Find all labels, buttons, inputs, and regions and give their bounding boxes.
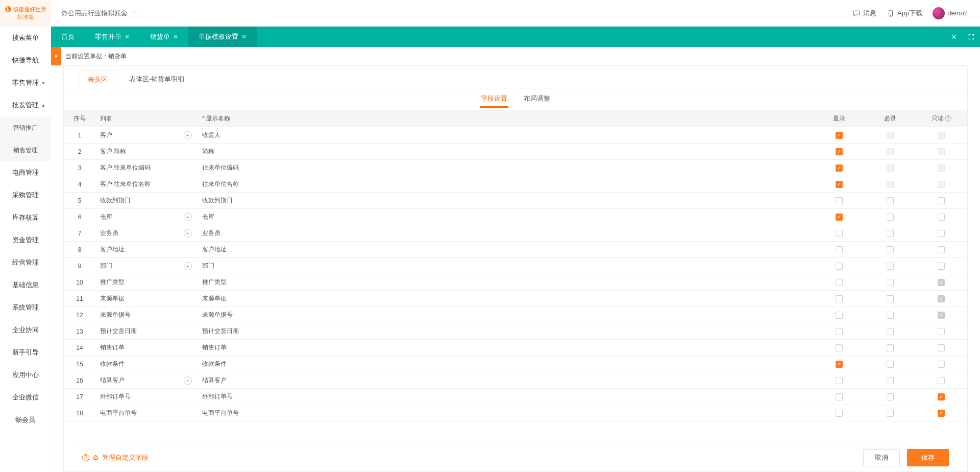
sidebar-item[interactable]: 零售管理▼ [0,72,51,94]
cell-display-name[interactable]: 销售订单 [197,340,814,356]
show-checkbox[interactable] [836,197,843,204]
sidebar-item[interactable]: 采购管理 [0,184,51,206]
show-checkbox[interactable] [836,393,843,400]
panel-tab[interactable]: 表体区-销货单明细 [119,69,194,88]
save-button[interactable]: 保存 [907,449,949,466]
show-checkbox[interactable] [836,181,843,188]
panel-tab[interactable]: 表头区 [78,70,117,88]
sub-tab[interactable]: 字段设置 [480,91,508,108]
show-checkbox[interactable] [836,132,843,139]
cell-display-name[interactable]: 电商平台单号 [197,405,814,421]
sidebar-item[interactable]: 基础信息 [0,274,51,296]
required-checkbox[interactable] [887,361,894,368]
required-checkbox[interactable] [887,377,894,384]
sidebar-item[interactable]: 搜索菜单 [0,27,51,49]
required-checkbox[interactable] [887,197,894,204]
cell-display-name[interactable]: 往来单位名称 [197,176,814,192]
show-checkbox[interactable] [836,295,843,302]
show-checkbox[interactable] [836,214,843,221]
sidebar-item[interactable]: 系统管理 [0,296,51,319]
expand-plus-icon[interactable]: + [184,131,192,139]
fullscreen-button[interactable] [963,27,980,47]
collapse-handle[interactable] [51,47,61,65]
messages-button[interactable]: 消息 [852,9,876,18]
close-icon[interactable]: ✕ [241,33,247,40]
required-checkbox[interactable] [887,214,894,221]
cell-display-name[interactable]: 预计交货日期 [197,323,814,339]
cell-display-name[interactable]: 简称 [197,144,814,159]
sub-tab[interactable]: 布局调整 [523,91,551,108]
expand-plus-icon[interactable]: + [184,213,192,221]
required-checkbox[interactable] [887,328,894,335]
required-checkbox[interactable] [887,344,894,351]
expand-plus-icon[interactable]: + [184,376,192,385]
close-icon[interactable]: ✕ [173,33,178,40]
cell-display-name[interactable]: 客户地址 [197,242,814,257]
sidebar-item[interactable]: 库存核算 [0,206,51,229]
user-menu[interactable]: demo2 [933,7,968,19]
cell-display-name[interactable]: 部门 [197,258,814,274]
show-checkbox[interactable] [836,148,843,155]
show-checkbox[interactable] [836,410,843,417]
show-checkbox[interactable] [836,230,843,237]
sidebar-item[interactable]: 企业协同 [0,319,51,341]
cell-display-name[interactable]: 推广类型 [197,274,814,290]
cell-display-name[interactable]: 收货人 [197,127,814,143]
field-grid[interactable]: 1客户+收货人2客户.简称简称3客户.往来单位编码往来单位编码4客户.往来单位名… [64,127,967,443]
sidebar-subitem[interactable]: 营销推广 [0,116,51,139]
required-checkbox[interactable] [887,393,894,400]
cell-display-name[interactable]: 仓库 [197,209,814,225]
required-checkbox[interactable] [887,230,894,237]
readonly-checkbox[interactable] [938,214,945,221]
cell-display-name[interactable]: 收款条件 [197,356,814,372]
readonly-checkbox[interactable] [938,328,945,335]
show-checkbox[interactable] [836,164,843,172]
tab[interactable]: 零售开单✕ [85,27,140,47]
cell-display-name[interactable]: 收款到期日 [197,193,814,208]
cell-display-name[interactable]: 结算客户 [197,372,814,388]
sidebar-item[interactable]: 批发管理▲ [0,94,51,116]
show-checkbox[interactable] [836,377,843,384]
show-checkbox[interactable] [836,279,843,286]
required-checkbox[interactable] [887,279,894,286]
required-checkbox[interactable] [887,410,894,417]
close-all-tabs-button[interactable] [945,27,963,47]
cancel-button[interactable]: 取消 [863,449,900,466]
readonly-checkbox[interactable] [938,263,945,270]
sidebar-item[interactable]: 电商管理 [0,161,51,184]
readonly-checkbox[interactable] [938,410,945,417]
cell-display-name[interactable]: 来源单据 [197,291,814,306]
readonly-checkbox[interactable] [938,230,945,237]
sidebar-item[interactable]: 应用中心 [0,364,51,386]
show-checkbox[interactable] [836,344,843,351]
readonly-checkbox[interactable] [938,393,945,400]
required-checkbox[interactable] [887,263,894,270]
cell-display-name[interactable]: 往来单位编码 [197,160,814,176]
cell-display-name[interactable]: 来源单据号 [197,307,814,323]
sidebar-subitem[interactable]: 销售管理 [0,139,51,161]
cell-display-name[interactable]: 业务员 [197,225,814,241]
close-icon[interactable]: ✕ [125,33,130,40]
cell-display-name[interactable]: 外部订单号 [197,389,814,405]
account-selector[interactable]: 办公用品行业模拟账套 ﹀ [51,9,852,18]
tab[interactable]: 首页 [51,27,85,47]
tab[interactable]: 单据模板设置✕ [188,27,257,47]
readonly-checkbox[interactable] [938,197,945,204]
help-icon[interactable]: ? [945,115,951,122]
expand-plus-icon[interactable]: + [184,229,192,238]
expand-plus-icon[interactable]: + [184,262,192,270]
sidebar-item[interactable]: 快捷导航 [0,49,51,72]
readonly-checkbox[interactable] [938,361,945,368]
sidebar-item[interactable]: 畅会员 [0,409,51,431]
required-checkbox[interactable] [887,295,894,302]
sidebar-item[interactable]: 资金管理 [0,229,51,251]
show-checkbox[interactable] [836,263,843,270]
readonly-checkbox[interactable] [938,377,945,384]
show-checkbox[interactable] [836,361,843,368]
tab[interactable]: 销货单✕ [140,27,188,47]
show-checkbox[interactable] [836,312,843,319]
required-checkbox[interactable] [887,246,894,253]
show-checkbox[interactable] [836,246,843,253]
sidebar-item[interactable]: 新手引导 [0,341,51,364]
sidebar-item[interactable]: 企业微信 [0,386,51,409]
